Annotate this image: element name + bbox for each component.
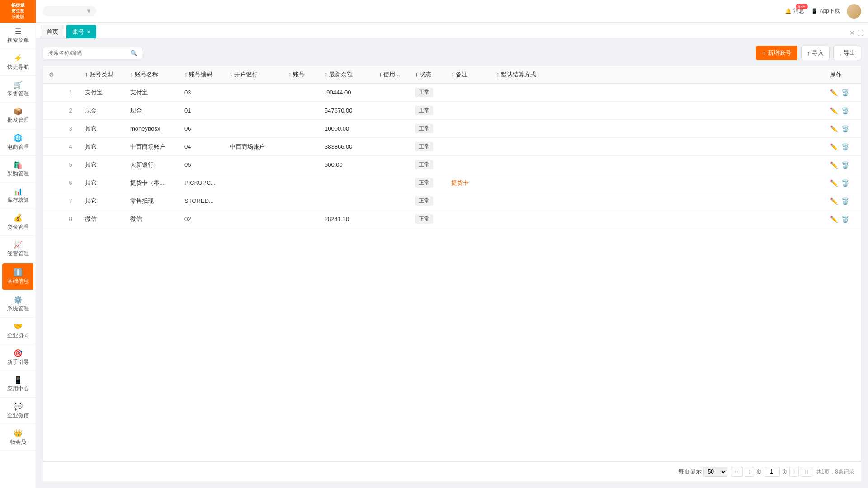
- tab-close-window-icon[interactable]: ✕: [849, 29, 855, 37]
- page-prev-button[interactable]: ⟨: [745, 467, 754, 477]
- row-name: 微信: [125, 210, 179, 228]
- top-search-expand-icon[interactable]: ▼: [86, 8, 92, 14]
- col-usage[interactable]: ↕ 使用...: [373, 66, 410, 84]
- row-status: 正常: [410, 174, 446, 192]
- table-row: 5 其它 大新银行 05 500.00 正常 ✏️ 🗑️: [43, 156, 861, 174]
- row-edit-button[interactable]: ✏️: [830, 179, 838, 187]
- status-badge: 正常: [415, 124, 433, 133]
- sidebar-item-search-menu[interactable]: ☰ 搜索菜单: [0, 23, 36, 49]
- status-badge: 正常: [415, 214, 433, 224]
- row-delete-button[interactable]: 🗑️: [841, 143, 849, 150]
- tab-close-icon[interactable]: ✕: [87, 29, 90, 34]
- row-code: 03: [179, 84, 224, 102]
- sidebar-item-ecommerce-mgmt[interactable]: 🌐 电商管理: [0, 129, 36, 156]
- enterprise-wechat-icon: 💬: [2, 402, 33, 411]
- sidebar-item-inventory[interactable]: 📊 库存核算: [0, 183, 36, 209]
- status-badge: 正常: [415, 160, 433, 169]
- row-delete-button[interactable]: 🗑️: [841, 197, 849, 205]
- top-search-input[interactable]: [47, 8, 84, 14]
- sidebar-item-label: 电商管理: [2, 143, 33, 151]
- sidebar-item-new-guide[interactable]: 🎯 新手引导: [0, 344, 36, 371]
- row-delete-button[interactable]: 🗑️: [841, 179, 849, 187]
- row-bank: [224, 102, 283, 120]
- col-remark[interactable]: ↕ 备注: [446, 66, 491, 84]
- toolbar: 🔍 + 新增账号 ↑ 导入 ↓ 导出: [43, 46, 861, 60]
- row-default-settlement: [491, 156, 825, 174]
- sidebar-item-label: 采购管理: [2, 170, 33, 178]
- tab-account[interactable]: 账号 ✕: [66, 25, 96, 38]
- row-usage: [373, 210, 410, 228]
- tab-home[interactable]: 首页: [41, 25, 64, 38]
- account-search-icon[interactable]: 🔍: [130, 50, 137, 56]
- purchase-mgmt-icon: 🛍️: [2, 160, 33, 169]
- top-bar-right: 🔔 消息 99+ 📱 App下载: [785, 4, 861, 19]
- account-search-input[interactable]: [48, 50, 127, 56]
- row-balance: [319, 174, 373, 192]
- sidebar-item-purchase-mgmt[interactable]: 🛍️ 采购管理: [0, 156, 36, 183]
- sidebar-item-membership[interactable]: 👑 畅会员: [0, 424, 36, 451]
- notification-button[interactable]: 🔔 消息 99+: [785, 7, 804, 15]
- top-search[interactable]: ▼: [43, 6, 96, 16]
- account-search-box[interactable]: 🔍: [43, 47, 142, 59]
- import-button[interactable]: ↑ 导入: [801, 46, 830, 60]
- row-delete-button[interactable]: 🗑️: [841, 125, 849, 132]
- col-code[interactable]: ↕ 账号编码: [179, 66, 224, 84]
- row-actions: ✏️ 🗑️: [825, 84, 861, 102]
- row-delete-button[interactable]: 🗑️: [841, 161, 849, 169]
- page-last-button[interactable]: ⟩⟩: [801, 467, 812, 477]
- tab-bar: 首页 账号 ✕ ✕ ⛶: [36, 23, 868, 39]
- sidebar-item-wholesale-mgmt[interactable]: 📦 批发管理: [0, 103, 36, 129]
- page-first-button[interactable]: ⟨⟨: [731, 467, 743, 477]
- tab-maximize-icon[interactable]: ⛶: [857, 29, 863, 37]
- sidebar-item-funds-mgmt[interactable]: 💰 资金管理: [0, 209, 36, 236]
- sidebar-item-enterprise-agreement[interactable]: 🤝 企业协同: [0, 318, 36, 344]
- row-delete-button[interactable]: 🗑️: [841, 107, 849, 114]
- per-page-dropdown[interactable]: 50 10 20 100: [703, 467, 727, 477]
- row-code: PICKUPC...: [179, 174, 224, 192]
- col-account[interactable]: ↕ 账号: [283, 66, 319, 84]
- sidebar-item-retail-mgmt[interactable]: 🛒 零售管理: [0, 76, 36, 103]
- sidebar-item-app-center[interactable]: 📱 应用中心: [0, 371, 36, 398]
- row-edit-button[interactable]: ✏️: [830, 143, 838, 150]
- sidebar-item-system-mgmt[interactable]: ⚙️ 系统管理: [0, 291, 36, 318]
- col-status[interactable]: ↕ 状态: [410, 66, 446, 84]
- row-edit-button[interactable]: ✏️: [830, 125, 838, 132]
- row-edit-button[interactable]: ✏️: [830, 161, 838, 169]
- tab-account-label: 账号: [72, 28, 84, 36]
- page-input[interactable]: [764, 467, 780, 477]
- enterprise-agreement-icon: 🤝: [2, 322, 33, 331]
- user-avatar[interactable]: [847, 4, 861, 19]
- row-edit-button[interactable]: ✏️: [830, 197, 838, 205]
- page-next-button[interactable]: ⟩: [789, 467, 799, 477]
- row-delete-button[interactable]: 🗑️: [841, 89, 849, 96]
- row-edit-button[interactable]: ✏️: [830, 89, 838, 96]
- row-bank: [224, 174, 283, 192]
- col-type[interactable]: ↕ 账号类型: [80, 66, 125, 84]
- row-type: 其它: [80, 156, 125, 174]
- add-account-button[interactable]: + 新增账号: [756, 46, 797, 60]
- col-settings[interactable]: ⚙: [43, 66, 61, 84]
- export-button[interactable]: ↓ 导出: [833, 46, 862, 60]
- row-code: 02: [179, 210, 224, 228]
- col-type-label: ↕ 账号类型: [85, 71, 113, 78]
- col-balance-label: ↕ 最新余额: [325, 71, 353, 78]
- col-bank[interactable]: ↕ 开户银行: [224, 66, 283, 84]
- col-name[interactable]: ↕ 账号名称: [125, 66, 179, 84]
- row-delete-button[interactable]: 🗑️: [841, 216, 849, 223]
- row-edit-button[interactable]: ✏️: [830, 107, 838, 114]
- row-name: moneybosx: [125, 120, 179, 138]
- row-remark: [446, 192, 491, 210]
- sidebar-item-operations-mgmt[interactable]: 📈 经营管理: [0, 236, 36, 263]
- table-settings-icon[interactable]: ⚙: [49, 71, 54, 78]
- sidebar-item-quick-nav[interactable]: ⚡ 快捷导航: [0, 49, 36, 76]
- row-num: 5: [61, 156, 80, 174]
- sidebar-item-enterprise-wechat[interactable]: 💬 企业微信: [0, 398, 36, 424]
- sidebar-item-label: 新手引导: [2, 358, 33, 366]
- row-num: 1: [61, 84, 80, 102]
- app-download-button[interactable]: 📱 App下载: [811, 7, 840, 15]
- col-default-settlement[interactable]: ↕ 默认结算方式: [491, 66, 825, 84]
- sidebar-item-basic-info[interactable]: ℹ️ 基础信息: [2, 263, 33, 290]
- sidebar-item-label: 零售管理: [7, 90, 29, 98]
- row-edit-button[interactable]: ✏️: [830, 216, 838, 223]
- col-balance[interactable]: ↕ 最新余额: [319, 66, 373, 84]
